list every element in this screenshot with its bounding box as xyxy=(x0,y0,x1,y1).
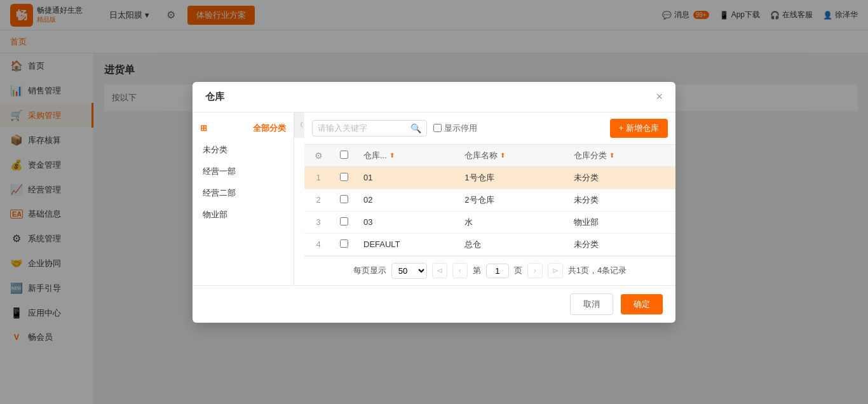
row-index: 4 xyxy=(304,233,332,255)
show-disabled-checkbox[interactable] xyxy=(433,124,442,132)
show-disabled-checkbox-label[interactable]: 显示停用 xyxy=(433,123,477,134)
page-label: 第 xyxy=(473,265,481,276)
row-checkbox xyxy=(332,211,356,233)
row-select-checkbox[interactable] xyxy=(340,173,348,181)
row-select-checkbox[interactable] xyxy=(340,195,348,203)
warehouse-table: ⚙ 仓库... ⬆ 仓库名称 xyxy=(304,145,675,256)
row-checkbox xyxy=(332,233,356,255)
first-page-button[interactable]: ⊲ xyxy=(432,263,447,278)
row-category: 物业部 xyxy=(566,211,675,233)
sort-icon-name: ⬆ xyxy=(500,152,505,159)
show-disabled-label: 显示停用 xyxy=(444,123,477,134)
modal-title: 仓库 xyxy=(205,91,224,103)
sort-icon-category: ⬆ xyxy=(609,152,614,159)
row-select-checkbox[interactable] xyxy=(340,239,348,248)
category-item-property[interactable]: 物业部 xyxy=(193,204,294,226)
next-page-button[interactable]: › xyxy=(527,263,543,278)
table-row[interactable]: 1 01 1号仓库 未分类 xyxy=(304,166,675,189)
row-index: 3 xyxy=(304,211,332,233)
table-row[interactable]: 3 03 水 物业部 xyxy=(304,211,675,233)
last-page-button[interactable]: ⊳ xyxy=(548,263,563,278)
select-all-checkbox[interactable] xyxy=(340,151,348,159)
category-item-ops1[interactable]: 经营一部 xyxy=(193,161,294,182)
table-row[interactable]: 4 DEFAULT 总仓 未分类 xyxy=(304,233,675,255)
row-select-checkbox[interactable] xyxy=(340,217,348,226)
row-name: 总仓 xyxy=(457,233,566,255)
search-icon[interactable]: 🔍 xyxy=(410,123,421,133)
table-toolbar: 🔍 显示停用 + 新增仓库 xyxy=(304,112,675,145)
column-code-header: 仓库... ⬆ xyxy=(356,145,457,167)
row-code: 03 xyxy=(356,211,457,233)
search-box: 🔍 xyxy=(312,120,427,137)
row-name: 1号仓库 xyxy=(457,166,566,189)
category-all-label: 全部分类 xyxy=(253,123,286,134)
confirm-button[interactable]: 确定 xyxy=(621,294,663,314)
row-code: DEFAULT xyxy=(356,233,457,255)
category-item-ops2[interactable]: 经营二部 xyxy=(193,182,294,204)
row-name: 水 xyxy=(457,211,566,233)
row-name: 2号仓库 xyxy=(457,189,566,211)
table-header-row: ⚙ 仓库... ⬆ 仓库名称 xyxy=(304,145,675,167)
row-checkbox xyxy=(332,189,356,211)
category-panel: ⊞ 全部分类 未分类 经营一部 经营二部 物业部 xyxy=(193,112,294,285)
column-checkbox-header xyxy=(332,145,356,167)
row-category: 未分类 xyxy=(566,166,675,189)
row-category: 未分类 xyxy=(566,189,675,211)
modal-footer: 取消 确定 xyxy=(193,285,675,323)
page-unit: 页 xyxy=(514,265,522,276)
warehouse-table-wrap: ⚙ 仓库... ⬆ 仓库名称 xyxy=(304,145,675,256)
page-number-input[interactable] xyxy=(486,264,509,278)
category-item-unclassified[interactable]: 未分类 xyxy=(193,139,294,161)
grid-icon: ⊞ xyxy=(200,123,207,133)
row-index: 2 xyxy=(304,189,332,211)
row-checkbox xyxy=(332,166,356,189)
modal-overlay: 仓库 × ⊞ 全部分类 未分类 经营一部 经营二部 物业部 《 xyxy=(0,0,868,404)
right-panel: 🔍 显示停用 + 新增仓库 ⚙ xyxy=(304,112,675,285)
column-category-header: 仓库分类 ⬆ xyxy=(566,145,675,167)
collapse-panel-button[interactable]: 《 xyxy=(294,112,304,138)
column-name-header: 仓库名称 ⬆ xyxy=(457,145,566,167)
row-code: 02 xyxy=(356,189,457,211)
modal-close-button[interactable]: × xyxy=(656,91,663,102)
per-page-label: 每页显示 xyxy=(353,265,386,276)
row-category: 未分类 xyxy=(566,233,675,255)
row-index: 1 xyxy=(304,166,332,189)
table-row[interactable]: 2 02 2号仓库 未分类 xyxy=(304,189,675,211)
total-records-label: 共1页，4条记录 xyxy=(568,265,627,276)
row-code: 01 xyxy=(356,166,457,189)
modal-header: 仓库 × xyxy=(193,82,675,112)
category-header[interactable]: ⊞ 全部分类 xyxy=(193,118,294,139)
per-page-select[interactable]: 50 100 200 xyxy=(391,263,427,279)
cancel-button[interactable]: 取消 xyxy=(570,293,613,315)
prev-page-button[interactable]: ‹ xyxy=(452,263,468,278)
modal-body: ⊞ 全部分类 未分类 经营一部 经营二部 物业部 《 🔍 xyxy=(193,112,675,285)
add-warehouse-button[interactable]: + 新增仓库 xyxy=(610,119,668,138)
search-input[interactable] xyxy=(318,123,407,133)
sort-icon-code: ⬆ xyxy=(390,152,395,159)
column-settings-icon[interactable]: ⚙ xyxy=(304,145,332,167)
pagination: 每页显示 50 100 200 ⊲ ‹ 第 页 › ⊳ 共1页，4条记录 xyxy=(304,256,675,285)
warehouse-modal: 仓库 × ⊞ 全部分类 未分类 经营一部 经营二部 物业部 《 xyxy=(193,82,675,323)
